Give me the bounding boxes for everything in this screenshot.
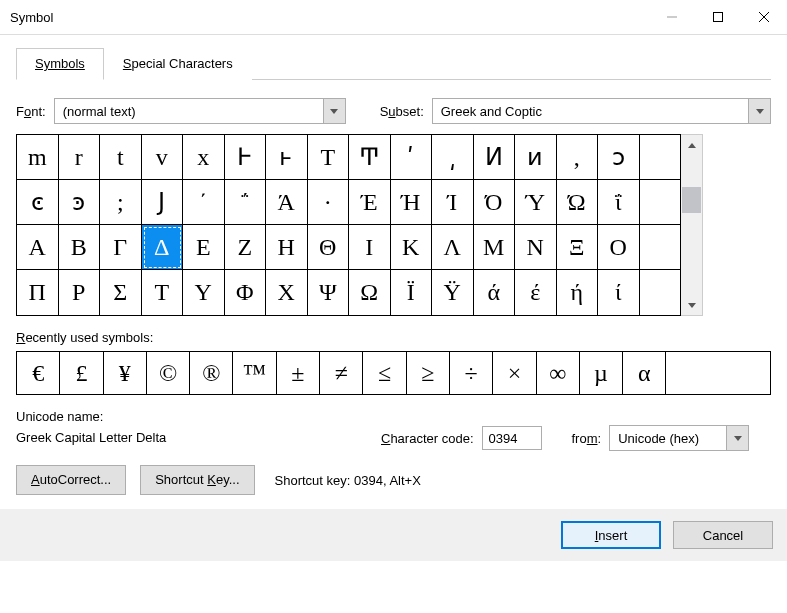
symbol-grid[interactable]: mrtvxⱵⱶTͲʹ͵Ͷͷ,ͻͼͽ;Ϳ΄΅Ά·ΈΉΊΌΎΏΐΑΒΓΔΕΖΗΘΙΚ… (16, 134, 681, 316)
subset-select-dropdown-button[interactable] (748, 99, 770, 123)
recent-symbol-cell[interactable]: α (623, 352, 666, 394)
symbol-cell[interactable] (640, 225, 682, 270)
symbol-cell[interactable]: ʹ (391, 135, 433, 180)
symbol-cell[interactable]: Ι (349, 225, 391, 270)
font-select[interactable]: (normal text) (54, 98, 346, 124)
symbol-cell[interactable]: Ί (432, 180, 474, 225)
symbol-cell[interactable]: Φ (225, 270, 267, 315)
symbol-grid-scrollbar[interactable] (681, 134, 703, 316)
symbol-cell[interactable]: ͻ (598, 135, 640, 180)
symbol-cell[interactable]: Ͳ (349, 135, 391, 180)
charcode-input[interactable] (482, 426, 542, 450)
symbol-cell[interactable]: Π (17, 270, 59, 315)
symbol-cell[interactable]: ΄ (183, 180, 225, 225)
symbol-cell[interactable]: Ψ (308, 270, 350, 315)
symbol-cell[interactable]: Λ (432, 225, 474, 270)
symbol-cell[interactable]: Ό (474, 180, 516, 225)
symbol-cell[interactable]: ή (557, 270, 599, 315)
symbol-cell[interactable]: ί (598, 270, 640, 315)
symbol-cell[interactable]: Η (266, 225, 308, 270)
symbol-cell[interactable]: Ϳ (142, 180, 184, 225)
symbol-cell[interactable]: Ω (349, 270, 391, 315)
recent-symbol-cell[interactable]: ± (277, 352, 320, 394)
scroll-down-button[interactable] (681, 295, 702, 315)
recent-symbol-cell[interactable]: ÷ (450, 352, 493, 394)
symbol-cell[interactable]: , (557, 135, 599, 180)
symbol-cell[interactable] (640, 135, 682, 180)
symbol-cell[interactable]: Έ (349, 180, 391, 225)
symbol-cell[interactable]: v (142, 135, 184, 180)
recent-symbol-cell[interactable]: ≥ (407, 352, 450, 394)
scroll-track[interactable] (681, 155, 702, 295)
symbol-cell[interactable]: m (17, 135, 59, 180)
symbol-cell[interactable]: Ύ (515, 180, 557, 225)
font-select-dropdown-button[interactable] (323, 99, 345, 123)
from-select[interactable]: Unicode (hex) (609, 425, 749, 451)
recent-symbol-cell[interactable]: £ (60, 352, 103, 394)
symbol-cell[interactable]: ΅ (225, 180, 267, 225)
recent-symbol-cell[interactable]: ¥ (104, 352, 147, 394)
symbol-cell[interactable]: Ⱶ (225, 135, 267, 180)
symbol-cell[interactable]: Μ (474, 225, 516, 270)
recent-symbol-cell[interactable]: © (147, 352, 190, 394)
insert-button[interactable]: Insert (561, 521, 661, 549)
symbol-cell[interactable]: ͼ (17, 180, 59, 225)
symbol-cell[interactable]: Ώ (557, 180, 599, 225)
scroll-thumb[interactable] (682, 187, 701, 213)
symbol-cell[interactable] (640, 180, 682, 225)
recent-symbol-cell[interactable]: € (17, 352, 60, 394)
symbol-cell[interactable]: ͷ (515, 135, 557, 180)
symbol-cell[interactable]: Ͷ (474, 135, 516, 180)
maximize-button[interactable] (695, 0, 741, 34)
symbol-cell[interactable]: ΐ (598, 180, 640, 225)
tab-symbols[interactable]: Symbols (16, 48, 104, 80)
symbol-cell[interactable]: Κ (391, 225, 433, 270)
symbol-cell[interactable]: t (100, 135, 142, 180)
symbol-cell[interactable]: · (308, 180, 350, 225)
recent-symbol-cell[interactable]: ™ (233, 352, 276, 394)
symbol-cell[interactable]: Θ (308, 225, 350, 270)
symbol-cell[interactable]: Ϊ (391, 270, 433, 315)
symbol-cell[interactable]: ⱶ (266, 135, 308, 180)
symbol-cell[interactable]: Σ (100, 270, 142, 315)
symbol-cell[interactable] (640, 270, 682, 315)
symbol-cell[interactable]: r (59, 135, 101, 180)
symbol-cell[interactable]: Ζ (225, 225, 267, 270)
symbol-cell[interactable]: Α (17, 225, 59, 270)
symbol-cell[interactable]: Ε (183, 225, 225, 270)
recent-symbol-cell[interactable]: ≠ (320, 352, 363, 394)
symbol-cell[interactable]: ; (100, 180, 142, 225)
recently-used-grid[interactable]: €£¥©®™±≠≤≥÷×∞µα (16, 351, 771, 395)
symbol-cell[interactable]: Ϋ (432, 270, 474, 315)
symbol-cell[interactable]: ά (474, 270, 516, 315)
symbol-cell[interactable]: T (308, 135, 350, 180)
close-button[interactable] (741, 0, 787, 34)
symbol-cell[interactable]: ͽ (59, 180, 101, 225)
tab-special-characters[interactable]: Special Characters (104, 48, 252, 80)
minimize-button[interactable] (649, 0, 695, 34)
symbol-cell[interactable]: Ο (598, 225, 640, 270)
symbol-cell[interactable]: Δ (142, 225, 184, 270)
symbol-cell[interactable]: Ξ (557, 225, 599, 270)
recent-symbol-cell[interactable]: × (493, 352, 536, 394)
symbol-cell[interactable]: x (183, 135, 225, 180)
symbol-cell[interactable]: Β (59, 225, 101, 270)
from-select-dropdown-button[interactable] (726, 426, 748, 450)
symbol-cell[interactable]: Ά (266, 180, 308, 225)
symbol-cell[interactable]: Τ (142, 270, 184, 315)
cancel-button[interactable]: Cancel (673, 521, 773, 549)
autocorrect-button[interactable]: AutoCorrect... (16, 465, 126, 495)
recent-symbol-cell[interactable]: ≤ (363, 352, 406, 394)
symbol-cell[interactable]: ͵ (432, 135, 474, 180)
symbol-cell[interactable]: Χ (266, 270, 308, 315)
symbol-cell[interactable]: Ν (515, 225, 557, 270)
symbol-cell[interactable]: Ρ (59, 270, 101, 315)
symbol-cell[interactable]: Υ (183, 270, 225, 315)
recent-symbol-cell[interactable]: µ (580, 352, 623, 394)
shortcut-key-button[interactable]: Shortcut Key... (140, 465, 254, 495)
recent-symbol-cell[interactable]: ∞ (537, 352, 580, 394)
recent-symbol-cell[interactable]: ® (190, 352, 233, 394)
symbol-cell[interactable]: έ (515, 270, 557, 315)
symbol-cell[interactable]: Γ (100, 225, 142, 270)
symbol-cell[interactable]: Ή (391, 180, 433, 225)
